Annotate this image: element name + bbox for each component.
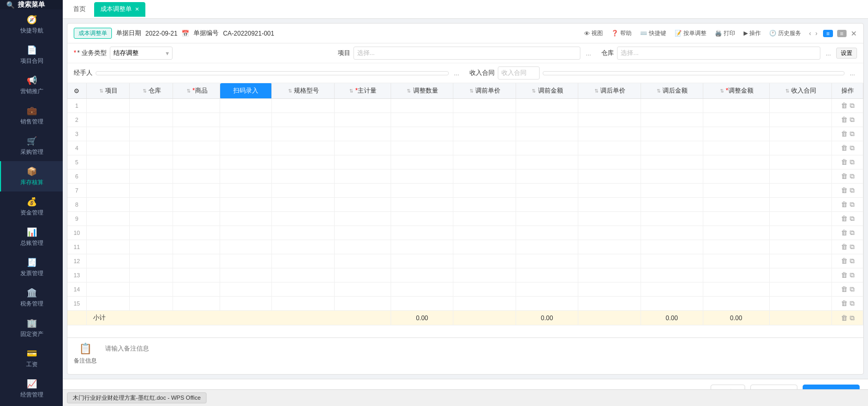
copy-icon[interactable]: ⧉ [850,271,854,279]
cell-prev-amount[interactable] [516,240,578,254]
delete-icon[interactable]: 🗑 [841,243,848,251]
cell-adjust-amount[interactable] [703,226,769,240]
cell-adjust-amount[interactable] [703,155,769,170]
cell-spec[interactable] [272,127,334,141]
cell-spec[interactable] [272,99,334,113]
cell-after-amount[interactable] [641,226,703,240]
cell-unit[interactable] [334,240,391,254]
cell-product[interactable] [173,268,220,283]
cell-unit[interactable] [334,198,391,212]
cell-after-unit-price[interactable] [578,198,641,212]
cell-spec[interactable] [272,240,334,254]
warehouse-select[interactable]: 选择... [617,47,820,60]
cell-product[interactable] [173,226,220,240]
cell-income-contract[interactable] [769,268,832,283]
cell-prev-unit-price[interactable] [453,155,516,170]
delete-icon[interactable]: 🗑 [841,215,848,223]
cell-project[interactable] [86,99,130,113]
cell-adjust-amount[interactable] [703,184,769,198]
agent-select[interactable] [96,71,449,75]
cell-after-amount[interactable] [641,113,703,127]
cell-spec[interactable] [272,155,334,170]
copy-icon[interactable]: ⧉ [850,116,854,124]
cell-after-unit-price[interactable] [578,254,641,268]
cell-project[interactable] [86,268,130,283]
delete-icon[interactable]: 🗑 [841,229,848,237]
cell-adjust-amount[interactable] [703,240,769,254]
cell-income-contract[interactable] [769,226,832,240]
cell-scan[interactable] [220,184,272,198]
batch-edit-action[interactable]: 📝 按单调整 [672,28,709,38]
agent-ellipsis[interactable]: ... [452,70,461,77]
cell-adjust-qty[interactable] [391,268,453,283]
cell-project[interactable] [86,254,130,268]
cell-spec[interactable] [272,113,334,127]
cell-income-contract[interactable] [769,127,832,141]
cell-spec[interactable] [272,297,334,311]
cell-income-contract[interactable] [769,198,832,212]
cell-income-contract[interactable] [769,297,832,311]
cell-scan[interactable] [220,127,272,141]
notes-input[interactable] [103,342,857,363]
cell-prev-unit-price[interactable] [453,184,516,198]
nav-next[interactable]: › [814,29,819,38]
cell-adjust-amount[interactable] [703,283,769,297]
delete-icon[interactable]: 🗑 [841,116,848,124]
cell-after-amount[interactable] [641,268,703,283]
cell-project[interactable] [86,212,130,226]
cell-after-amount[interactable] [641,297,703,311]
cell-prev-amount[interactable] [516,254,578,268]
cell-product[interactable] [173,198,220,212]
cell-after-unit-price[interactable] [578,297,641,311]
cell-after-amount[interactable] [641,170,703,184]
cell-unit[interactable] [334,141,391,155]
cell-adjust-qty[interactable] [391,127,453,141]
delete-icon[interactable]: 🗑 [841,186,848,195]
cell-spec[interactable] [272,212,334,226]
cell-after-amount[interactable] [641,254,703,268]
cell-prev-unit-price[interactable] [453,283,516,297]
project-ellipsis[interactable]: ... [584,50,593,57]
doc-date-icon[interactable]: 📅 [181,30,189,37]
tab-cost-adjust-close[interactable]: ✕ [135,6,139,12]
cell-adjust-amount[interactable] [703,198,769,212]
cell-income-contract[interactable] [769,240,832,254]
cell-project[interactable] [86,198,130,212]
cell-product[interactable] [173,297,220,311]
cell-prev-unit-price[interactable] [453,198,516,212]
cell-project[interactable] [86,113,130,127]
copy-icon[interactable]: ⧉ [850,229,854,237]
cell-unit[interactable] [334,283,391,297]
cell-after-amount[interactable] [641,283,703,297]
cell-income-contract[interactable] [769,212,832,226]
subtotal-delete-icon[interactable]: 🗑 [841,314,848,322]
cell-prev-amount[interactable] [516,141,578,155]
cell-prev-amount[interactable] [516,283,578,297]
cell-scan[interactable] [220,212,272,226]
cell-unit[interactable] [334,127,391,141]
cell-adjust-qty[interactable] [391,99,453,113]
delete-icon[interactable]: 🗑 [841,257,848,265]
delete-icon[interactable]: 🗑 [841,158,848,166]
cell-spec[interactable] [272,141,334,155]
sidebar-item-marketing[interactable]: 📢营销推广 [0,70,63,100]
cell-adjust-qty[interactable] [391,184,453,198]
cell-after-unit-price[interactable] [578,170,641,184]
delete-icon[interactable]: 🗑 [841,271,848,279]
cell-prev-amount[interactable] [516,226,578,240]
cell-unit[interactable] [334,99,391,113]
cell-spec[interactable] [272,283,334,297]
cell-prev-unit-price[interactable] [453,141,516,155]
doc-close-btn[interactable]: ✕ [851,29,857,38]
help-action[interactable]: ❓ 帮助 [609,28,634,38]
copy-icon[interactable]: ⧉ [850,158,854,166]
cell-income-contract[interactable] [769,254,832,268]
cell-product[interactable] [173,127,220,141]
sidebar-item-purchase[interactable]: 🛒采购管理 [0,131,63,161]
cell-unit[interactable] [334,226,391,240]
print-action[interactable]: 🖨️ 打印 [713,28,737,38]
cell-after-amount[interactable] [641,212,703,226]
project-select[interactable]: 选择... [353,47,581,60]
cell-scan[interactable] [220,226,272,240]
income-contract-select[interactable]: 收入合同 [498,66,540,80]
